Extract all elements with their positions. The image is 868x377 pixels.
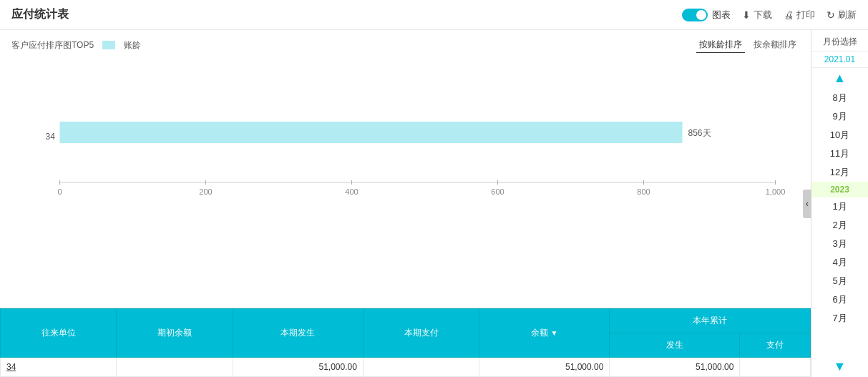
refresh-button[interactable]: ↻ 刷新 [826,9,857,21]
sidebar-month-item[interactable]: 10月 [811,126,868,145]
sort-by-age-button[interactable]: 按账龄排序 [696,37,745,53]
legend-color-label: 账龄 [124,39,141,52]
chart-legend: 客户应付排序图TOP5 账龄 [11,39,141,52]
cell-balance: 51,000.00 [479,358,610,377]
th-balance: 余额 ▼ [479,309,610,358]
cell-ytd-payment [740,358,811,377]
sidebar-month-item[interactable]: 11月 [811,145,868,163]
cell-occurrence: 51,000.00 [233,358,363,377]
bar-end-label: 856天 [688,128,711,138]
download-label: 下载 [754,9,772,21]
svg-text:600: 600 [491,187,504,196]
legend-color-box [102,41,115,49]
cell-opening [117,358,233,377]
svg-text:400: 400 [345,187,358,196]
download-button[interactable]: ⬇ 下载 [742,9,772,21]
svg-text:800: 800 [637,187,650,196]
chart-sort-buttons: 按账龄排序 按余额排序 [696,37,799,53]
th-occurrence: 本期发生 [233,309,363,358]
th-source: 往来单位 [1,309,117,358]
chart-area: 34 856天 0 200 400 600 800 1,000 [0,57,811,308]
chart-toggle-label: 图表 [712,9,731,21]
sidebar-title: 月份选择 [811,30,868,52]
th-payment: 本期支付 [363,309,479,358]
sidebar-month-item[interactable]: 12月 [811,163,868,182]
refresh-icon: ↻ [826,9,835,21]
sidebar-month-item[interactable]: 3月 [811,235,868,253]
bar-chart: 34 856天 0 200 400 600 800 1,000 [43,57,799,215]
sidebar-month-item[interactable]: 8月 [811,89,868,107]
month-sidebar: ‹ 月份选择 2021.01 ▲ 8月9月10月11月12月20231月2月3月… [811,30,868,377]
chart-toggle-switch[interactable] [682,9,708,21]
svg-text:200: 200 [199,187,212,196]
sidebar-month-item[interactable]: 5月 [811,272,868,290]
sidebar-month-item[interactable]: 6月 [811,290,868,309]
sidebar-month-item[interactable]: 2月 [811,216,868,235]
cell-ytd-occurrence: 51,000.00 [610,358,740,377]
th-ytd-occurrence: 发生 [610,333,740,358]
sidebar-month-item[interactable]: 7月 [811,309,868,328]
refresh-label: 刷新 [838,9,857,21]
sidebar-month-item[interactable]: 9月 [811,107,868,126]
sidebar-date[interactable]: 2021.01 [811,52,868,68]
page-title: 应付统计表 [11,7,69,22]
print-icon: 🖨 [784,9,794,21]
download-icon: ⬇ [742,9,751,21]
data-table: 往来单位 期初余额 本期发生 本期支付 余额 ▼ 本年累计 发生 支付 [0,308,811,377]
svg-text:1,000: 1,000 [766,187,786,196]
sidebar-collapse-button[interactable]: ‹ [803,190,811,218]
chart-bar [60,122,683,143]
sidebar-month-item[interactable]: 4月 [811,253,868,272]
sidebar-month-item[interactable]: 2023 [811,182,868,197]
header-actions: 图表 ⬇ 下载 🖨 打印 ↻ 刷新 [682,9,857,21]
sidebar-up-button[interactable]: ▲ [811,68,868,89]
table-row: 34 51,000.00 51,000.00 51,000.00 [1,358,811,377]
print-label: 打印 [796,9,815,21]
sidebar-months-list: 8月9月10月11月12月20231月2月3月4月5月6月7月 [811,89,868,356]
print-button[interactable]: 🖨 打印 [784,9,815,21]
data-table-section: 往来单位 期初余额 本期发生 本期支付 余额 ▼ 本年累计 发生 支付 [0,308,811,377]
y-axis-label: 34 [46,132,56,142]
chart-toggle-group[interactable]: 图表 [682,9,731,21]
sidebar-month-item[interactable]: 1月 [811,197,868,216]
sort-by-balance-button[interactable]: 按余额排序 [751,37,799,53]
th-ytd: 本年累计 [610,309,811,333]
cell-source[interactable]: 34 [1,358,117,377]
th-ytd-payment: 支付 [740,333,811,358]
cell-payment [363,358,479,377]
sidebar-down-button[interactable]: ▼ [811,356,868,377]
svg-text:0: 0 [57,187,62,196]
legend-title: 客户应付排序图TOP5 [11,39,94,52]
th-opening: 期初余额 [117,309,233,358]
